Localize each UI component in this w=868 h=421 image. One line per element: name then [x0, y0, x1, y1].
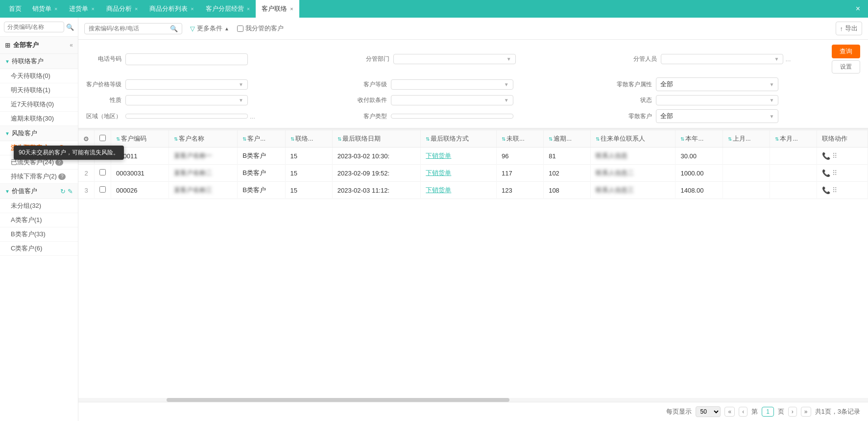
close-analysis-tab[interactable]: × [135, 6, 138, 12]
sort-contact-icon[interactable]: ⇅ [290, 136, 294, 142]
scrollbar-thumb[interactable] [167, 398, 509, 402]
more-conditions-button[interactable]: ▽ 更多条件 ▲ [186, 22, 233, 35]
row-3-checkbox[interactable] [99, 186, 106, 193]
risk-customers-header[interactable]: ▼ 风险客户 [0, 126, 78, 141]
region-more-icon[interactable]: ... [248, 113, 257, 120]
phone-input[interactable] [125, 53, 248, 65]
pending-contact-header[interactable]: ▼ 待联络客户 [0, 54, 78, 69]
sidebar-item-class-c[interactable]: C类客户(6) [0, 242, 78, 256]
row-person-3: 联系人信息三 [591, 182, 675, 199]
sidebar-item-overdue-pending[interactable]: 逾期未联络(30) [0, 112, 78, 126]
nav-tab-customer-tier[interactable]: 客户分层经营 × [200, 0, 256, 18]
value-customers-header[interactable]: ▼ 价值客户 ↻ ✎ [0, 184, 78, 199]
action-more-3[interactable]: ⠿ [832, 186, 837, 194]
region-select[interactable] [125, 114, 248, 119]
nav-tab-purchase[interactable]: 进货单 × [63, 0, 100, 18]
sort-type-icon[interactable]: ⇅ [242, 136, 246, 142]
sort-uncontacted-icon[interactable]: ⇅ [502, 136, 506, 142]
price-grade-select[interactable]: ▼ [125, 79, 248, 90]
row-person-3-text: 联系人信息三 [596, 186, 634, 194]
col-settings[interactable]: ⚙ [78, 130, 95, 148]
close-analysis-list-tab[interactable]: × [191, 6, 193, 12]
arrow-down-icon-3: ▼ [5, 189, 10, 194]
nav-tab-home[interactable]: 首页 [4, 0, 26, 18]
close-customer-tier-tab[interactable]: × [247, 6, 250, 12]
row-checkbox-3 [95, 182, 111, 199]
action-phone-2[interactable]: 📞 [822, 169, 830, 177]
person-select[interactable]: ▼ [661, 54, 783, 64]
zero-attr-select[interactable]: 全部 ▼ [656, 77, 778, 91]
churned-badge: ? [55, 159, 63, 166]
payment-select[interactable]: ▼ [391, 95, 513, 105]
action-phone-1[interactable]: 📞 [822, 152, 830, 160]
sidebar-item-class-b[interactable]: B类客户(33) [0, 227, 78, 242]
sidebar-search-icon[interactable]: 🔍 [66, 24, 74, 31]
sidebar-item-declining[interactable]: 持续下滑客户(2) ? [0, 170, 78, 184]
close-purchase-tab[interactable]: × [91, 6, 94, 12]
horizontal-scrollbar[interactable] [78, 398, 868, 402]
sort-date-icon[interactable]: ⇅ [338, 136, 341, 142]
action-more-1[interactable]: ⠿ [832, 152, 837, 160]
nature-select[interactable]: ▼ [125, 95, 248, 105]
sidebar-collapse-button[interactable]: « [70, 42, 73, 49]
row-name-3: 某客户名称三 [169, 182, 237, 199]
status-select[interactable]: ▼ [656, 95, 778, 105]
close-sales-tab[interactable]: × [54, 6, 57, 12]
per-page-select[interactable]: 50 100 [696, 406, 721, 417]
zero-customer-select[interactable]: 全部 ▼ [656, 109, 778, 123]
row-last-month-2 [723, 165, 770, 182]
sort-code-icon[interactable]: ⇅ [116, 136, 120, 142]
sidebar-item-tomorrow-pending[interactable]: 明天待联络(1) [0, 83, 78, 98]
prev-page-button[interactable]: ‹ [739, 407, 747, 417]
sort-method-icon[interactable]: ⇅ [426, 136, 430, 142]
toolbar: 🔍 ▽ 更多条件 ▲ 我分管的客户 ↑ 导出 [78, 18, 868, 40]
col-contact-person: ⇅往来单位联系人 [591, 130, 675, 148]
dept-select[interactable]: ▼ [393, 54, 516, 64]
first-page-button[interactable]: « [724, 407, 735, 417]
sidebar-item-today-pending[interactable]: 今天待联络(0) [0, 69, 78, 83]
search-input[interactable] [89, 25, 170, 32]
nav-tab-sales[interactable]: 销货单 × [26, 0, 63, 18]
export-button[interactable]: ↑ 导出 [836, 22, 863, 35]
close-customer-contact-tab[interactable]: × [290, 6, 293, 12]
nav-tab-customer-contact[interactable]: 客户联络 × [256, 0, 299, 18]
customer-grade-field: 客户等级 ▼ [352, 79, 556, 90]
sidebar-item-ungrouped[interactable]: 未分组(32) [0, 199, 78, 213]
sort-overdue-icon[interactable]: ⇅ [549, 136, 553, 142]
search-icon[interactable]: 🔍 [170, 25, 178, 32]
row-code-2: 00030031 [111, 165, 169, 182]
table-row: 1 000011 某客户名称一 B类客户 15 2023-03-02 10:30… [78, 148, 868, 165]
action-more-2[interactable]: ⠿ [832, 169, 837, 177]
nav-tab-analysis-list[interactable]: 商品分析列表 × [144, 0, 199, 18]
sidebar-item-7days-pending[interactable]: 近7天待联络(0) [0, 98, 78, 112]
arrow-down-icon-2: ▼ [5, 131, 10, 136]
sidebar-search-input[interactable] [4, 22, 64, 32]
window-close-button[interactable]: × [852, 4, 864, 13]
select-all-checkbox[interactable] [99, 135, 106, 141]
edit-icon[interactable]: ✎ [68, 188, 73, 195]
sort-year-icon[interactable]: ⇅ [680, 136, 684, 142]
sidebar-item-class-a[interactable]: A类客户(1) [0, 213, 78, 227]
row-2-checkbox[interactable] [99, 169, 106, 175]
query-button[interactable]: 查询 [832, 45, 860, 58]
nav-tab-analysis[interactable]: 商品分析 × [100, 0, 144, 18]
sort-this-month-icon[interactable]: ⇅ [775, 136, 779, 142]
my-customers-checkbox[interactable] [237, 25, 243, 32]
last-page-button[interactable]: » [801, 407, 811, 417]
sort-name-icon[interactable]: ⇅ [174, 136, 178, 142]
next-page-button[interactable]: › [788, 407, 797, 417]
action-phone-3[interactable]: 📞 [822, 186, 830, 194]
content-area: 🔍 ▽ 更多条件 ▲ 我分管的客户 ↑ 导出 电话号码 [78, 18, 868, 421]
sort-last-month-icon[interactable]: ⇅ [728, 136, 732, 142]
row-method-2-link[interactable]: 下销货单 [426, 169, 451, 176]
row-name-1: 某客户名称一 [169, 148, 237, 165]
row-contact-1: 15 [285, 148, 332, 165]
settings-button[interactable]: 设置 [832, 60, 860, 74]
customer-grade-select[interactable]: ▼ [391, 79, 513, 90]
row-method-1-link[interactable]: 下销货单 [426, 152, 451, 159]
sort-person-icon[interactable]: ⇅ [596, 136, 600, 142]
customer-type-select[interactable] [391, 114, 513, 119]
refresh-icon[interactable]: ↻ [60, 188, 66, 195]
row-method-3-link[interactable]: 下销货单 [426, 186, 451, 194]
person-more-icon[interactable]: ... [783, 55, 793, 63]
